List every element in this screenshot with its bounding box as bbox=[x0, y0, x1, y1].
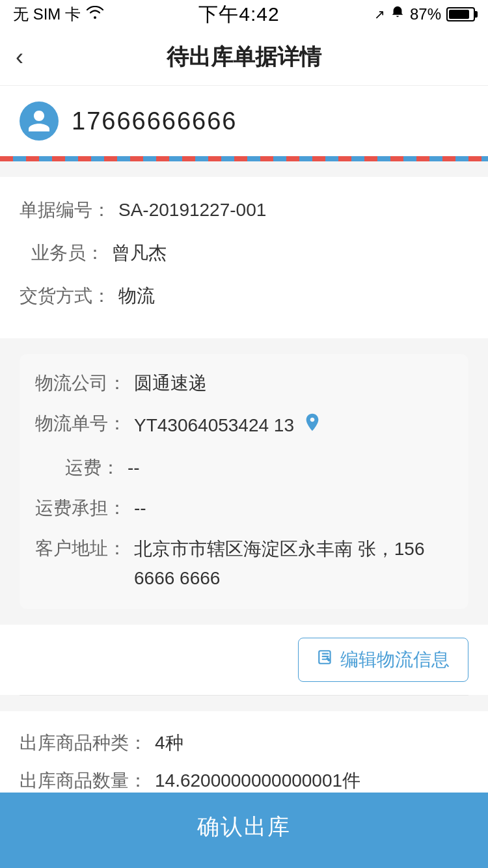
address-row: 客户地址： 北京市市辖区海淀区永丰南 张，156 6666 6666 bbox=[35, 535, 453, 593]
salesman-row: 业务员： 曾凡杰 bbox=[20, 239, 468, 267]
confirm-btn-area: 确认出库 bbox=[0, 793, 488, 868]
delivery-label: 交货方式： bbox=[20, 282, 111, 310]
address-text: 北京市市辖区海淀区永丰南 张，156 6666 6666 bbox=[134, 535, 453, 593]
freight-text: -- bbox=[128, 454, 140, 481]
nav-bar: ‹ 待出库单据详情 bbox=[0, 29, 488, 86]
user-phone: 17666666666 bbox=[72, 107, 237, 135]
battery-icon bbox=[446, 7, 475, 21]
goods-type-value: 4种 bbox=[147, 731, 183, 755]
confirm-outbound-button[interactable]: 确认出库 bbox=[0, 806, 488, 848]
freight-bearer-text: -- bbox=[134, 495, 146, 522]
order-no-row: 单据编号： SA-20191227-001 bbox=[20, 197, 468, 224]
status-bar-right: ↗ 87% bbox=[374, 5, 475, 23]
order-no-value: SA-20191227-001 bbox=[111, 197, 468, 224]
freight-bearer-label: 运费承担： bbox=[35, 495, 126, 522]
location-pin-icon[interactable] bbox=[302, 410, 323, 441]
location-arrow-icon: ↗ bbox=[374, 7, 385, 22]
freight-bearer-row: 运费承担： -- bbox=[35, 495, 453, 522]
status-bar: 无 SIM 卡 下午4:42 ↗ 87% bbox=[0, 0, 488, 29]
logistics-company-text: 圆通速递 bbox=[134, 370, 207, 397]
goods-quantity-label: 出库商品数量： bbox=[20, 768, 147, 793]
goods-type-label: 出库商品种类： bbox=[20, 731, 147, 755]
back-button[interactable]: ‹ bbox=[16, 44, 23, 71]
freight-row: 运费： -- bbox=[35, 454, 453, 481]
carrier-text: 无 SIM 卡 bbox=[13, 4, 81, 25]
delivery-row: 交货方式： 物流 bbox=[20, 282, 468, 310]
user-icon bbox=[26, 108, 52, 134]
alarm-icon bbox=[390, 5, 405, 23]
freight-value: -- bbox=[120, 454, 453, 481]
edit-btn-row: 编辑物流信息 bbox=[0, 625, 488, 695]
battery-text: 87% bbox=[410, 5, 441, 23]
address-value: 北京市市辖区海淀区永丰南 张，156 6666 6666 bbox=[126, 535, 453, 593]
tracking-no-label: 物流单号： bbox=[35, 410, 126, 437]
battery-fill bbox=[449, 10, 469, 19]
delivery-value: 物流 bbox=[111, 282, 468, 310]
tracking-no-value: YT43064053424 13 bbox=[126, 410, 453, 441]
edit-logistics-label: 编辑物流信息 bbox=[340, 647, 450, 672]
freight-label: 运费： bbox=[35, 454, 120, 481]
goods-quantity-row: 出库商品数量： 14.6200000000000001件 bbox=[20, 768, 468, 793]
status-bar-left: 无 SIM 卡 bbox=[13, 4, 104, 25]
address-label: 客户地址： bbox=[35, 535, 126, 562]
user-section: 17666666666 bbox=[0, 86, 488, 156]
wifi-icon bbox=[86, 6, 104, 23]
page-title: 待出库单据详情 bbox=[167, 42, 321, 72]
edit-logistics-button[interactable]: 编辑物流信息 bbox=[298, 638, 468, 682]
logistics-card: 物流公司： 圆通速递 物流单号： YT43064053424 13 运费： --… bbox=[20, 354, 468, 609]
dashed-divider bbox=[0, 156, 488, 161]
freight-bearer-value: -- bbox=[126, 495, 453, 522]
goods-quantity-value: 14.6200000000000001件 bbox=[147, 768, 360, 793]
goods-type-row: 出库商品种类： 4种 bbox=[20, 731, 468, 755]
edit-icon bbox=[317, 649, 334, 670]
time-display: 下午4:42 bbox=[198, 1, 279, 28]
tracking-no-row: 物流单号： YT43064053424 13 bbox=[35, 410, 453, 441]
salesman-value: 曾凡杰 bbox=[104, 239, 468, 267]
section-divider bbox=[20, 695, 468, 696]
order-info-section: 单据编号： SA-20191227-001 业务员： 曾凡杰 交货方式： 物流 bbox=[0, 177, 488, 338]
avatar bbox=[20, 102, 59, 141]
logistics-company-row: 物流公司： 圆通速递 bbox=[35, 370, 453, 397]
logistics-company-value: 圆通速递 bbox=[126, 370, 453, 397]
salesman-label: 业务员： bbox=[20, 239, 104, 267]
order-no-label: 单据编号： bbox=[20, 197, 111, 224]
logistics-company-label: 物流公司： bbox=[35, 370, 126, 397]
tracking-no-text: YT43064053424 13 bbox=[134, 412, 294, 439]
